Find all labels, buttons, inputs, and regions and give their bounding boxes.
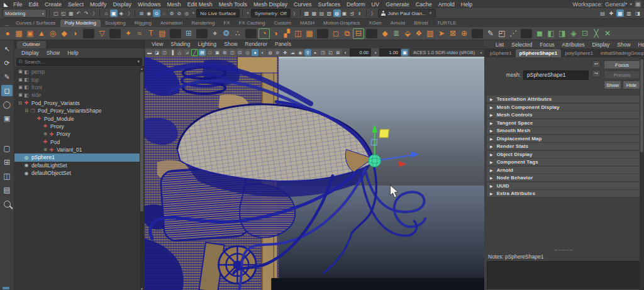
symmetry-field[interactable]: Symmetry: Off: [251, 9, 291, 18]
viewport-toggle-icon[interactable]: ◉: [297, 49, 304, 56]
shelf-tab[interactable]: TURTLE: [433, 20, 461, 27]
shelf-tool-icon[interactable]: ✦: [123, 28, 134, 39]
shelf-tool-icon[interactable]: ▧: [425, 28, 436, 39]
viewport-toggle-icon[interactable]: △: [176, 49, 183, 56]
shelf-tool-icon[interactable]: ✕: [602, 28, 613, 39]
shelf-tab[interactable]: Bifrost: [409, 20, 433, 27]
file-action-icon[interactable]: ▦: [67, 9, 75, 17]
viewport-toggle-icon[interactable]: ◐: [259, 49, 266, 56]
viewport-toggle-icon[interactable]: ◳: [319, 49, 326, 56]
outliner-node[interactable]: ✚ Pod: [14, 138, 144, 146]
layout-four[interactable]: ⊞: [1, 157, 13, 168]
expand-toggle[interactable]: ⊟: [18, 101, 23, 106]
viewport-menu-item[interactable]: Panels: [271, 41, 295, 47]
viewport-toggle-icon[interactable]: ◪: [153, 49, 160, 56]
shelf-tool-icon[interactable]: ⊕: [458, 28, 470, 39]
viewport-toggle-icon[interactable]: ⊘: [274, 49, 281, 56]
shelf-tool-icon[interactable]: T: [145, 28, 157, 39]
node-tab[interactable]: pSphereShape1: [516, 49, 561, 57]
shelf-tool-icon[interactable]: ◈: [568, 28, 579, 39]
shelf-tool-icon[interactable]: [366, 29, 377, 38]
expand-toggle[interactable]: ⊕: [43, 147, 48, 152]
node-tab[interactable]: pSphere1: [486, 49, 516, 57]
shelf-tab[interactable]: Rigging: [130, 20, 156, 27]
shelf-tool-icon[interactable]: ◎: [47, 28, 58, 39]
viewport-toggle-icon[interactable]: ●: [252, 49, 258, 56]
node-tab[interactable]: polySphere1: [561, 49, 597, 57]
ae-menu-item[interactable]: Focus: [536, 42, 558, 48]
outliner-menu-item[interactable]: Show: [43, 50, 64, 56]
colorspace-dropdown[interactable]: ACES 1.0 SDR-video (sRGB) ▾: [410, 48, 485, 57]
gamma-field[interactable]: 1.00: [379, 48, 401, 57]
panel-toggle-icon[interactable]: ▦: [616, 9, 624, 17]
menu-item[interactable]: UV: [369, 1, 383, 8]
shelf-tool-icon[interactable]: ▽: [96, 28, 108, 39]
menu-item[interactable]: Edit: [26, 1, 42, 8]
outliner-node[interactable]: ◉ defaultLightSet: [14, 162, 144, 169]
outliner-node[interactable]: ⊟ ✚ Pod_Proxy_Variants: [14, 99, 144, 107]
selection-mask-icon[interactable]: ⌂: [103, 9, 110, 17]
shelf-tool-icon[interactable]: ⋰: [508, 28, 519, 39]
render-icon[interactable]: ▣: [341, 9, 348, 17]
attribute-section-header[interactable]: ▶ Mesh Controls: [487, 111, 641, 118]
menu-item[interactable]: File: [10, 1, 26, 8]
snap-icon[interactable]: ◉: [145, 9, 153, 17]
shelf-tool-icon[interactable]: [83, 29, 94, 38]
menu-item[interactable]: Select: [65, 1, 87, 8]
ae-menu-item[interactable]: Show: [613, 42, 634, 48]
shelf-tool-icon[interactable]: ◼: [534, 28, 545, 39]
outliner-node[interactable]: ◉ defaultObjectSet: [14, 169, 144, 177]
expand-toggle[interactable]: ▣: [18, 77, 23, 82]
selection-mask-icon[interactable]: ◈: [118, 9, 125, 17]
viewport-menu-item[interactable]: Lighting: [194, 41, 220, 47]
shelf-tool-icon[interactable]: ◑: [270, 28, 281, 39]
snap-icon[interactable]: ◎: [183, 9, 191, 17]
shelf-tool-icon[interactable]: [109, 29, 121, 38]
shelf-tab[interactable]: Rendering: [187, 20, 219, 27]
shelf-tool-icon[interactable]: ⊠: [447, 28, 458, 39]
group-collapse-icon[interactable]: ❭: [127, 11, 131, 16]
node-tab[interactable]: initialShadingGroup: [597, 49, 644, 57]
menu-item[interactable]: Arnold: [435, 1, 458, 8]
hide-button[interactable]: Hide: [623, 81, 640, 89]
presets-button[interactable]: Presets: [604, 70, 640, 79]
expand-toggle[interactable]: ▣: [18, 69, 23, 74]
viewport-toggle-icon[interactable]: ⊿: [184, 49, 191, 56]
shelf-tool-icon[interactable]: [170, 29, 181, 38]
shelf-tool-icon[interactable]: ▞: [281, 28, 292, 39]
viewport-toggle-icon[interactable]: ◎: [244, 49, 251, 56]
viewport-toggle-icon[interactable]: ⊠: [335, 49, 341, 56]
selected-sphere[interactable]: [369, 155, 381, 167]
outliner-node[interactable]: ⊕ ✚ Variant_01: [14, 146, 144, 153]
viewport-toggle-icon[interactable]: ⊞: [221, 49, 228, 56]
shelf-tool-icon[interactable]: ⊞: [183, 28, 194, 39]
gamma-icon[interactable]: ◑: [372, 49, 379, 56]
snap-icon[interactable]: ◌: [160, 9, 168, 17]
lasso-tool[interactable]: ⟳: [1, 57, 13, 69]
file-action-icon[interactable]: ↶: [75, 9, 82, 17]
layout-two[interactable]: ◫: [1, 170, 13, 182]
viewport-toggle-icon[interactable]: ╱: [191, 49, 198, 56]
shelf-tool-icon[interactable]: ∴: [232, 28, 243, 39]
scrollbar-thumb[interactable]: [640, 59, 643, 152]
outliner-node[interactable]: ▣ ◧ top: [14, 75, 144, 83]
render-icon[interactable]: ▤: [318, 9, 326, 17]
outliner-node[interactable]: ✚ Proxy: [14, 123, 144, 130]
outliner-scrollbar[interactable]: ▲ ▼: [140, 66, 144, 290]
viewport-menu-item[interactable]: Renderer: [242, 41, 271, 47]
shelf-tab[interactable]: Sculpting: [101, 20, 130, 27]
attribute-section-header[interactable]: ▶ Displacement Map: [487, 135, 641, 142]
shelf-tool-icon[interactable]: ◰: [496, 28, 508, 39]
shelf-tool-icon[interactable]: ➤: [436, 28, 447, 39]
attribute-section-header[interactable]: ▶ UUID: [487, 182, 641, 189]
show-button[interactable]: Show: [604, 81, 621, 89]
outliner-menu-item[interactable]: Display: [18, 50, 43, 56]
shelf-tab[interactable]: XGen: [364, 20, 386, 27]
plane-handle[interactable]: [379, 130, 389, 138]
menu-item[interactable]: Mesh Display: [250, 1, 291, 8]
menu-item[interactable]: Curves: [291, 1, 315, 8]
menu-item[interactable]: Surfaces: [315, 1, 344, 8]
viewport-toggle-icon[interactable]: ⚲: [304, 49, 311, 56]
resize-handle[interactable]: ━━━━━: [487, 248, 641, 253]
expand-toggle[interactable]: ▣: [18, 92, 23, 98]
